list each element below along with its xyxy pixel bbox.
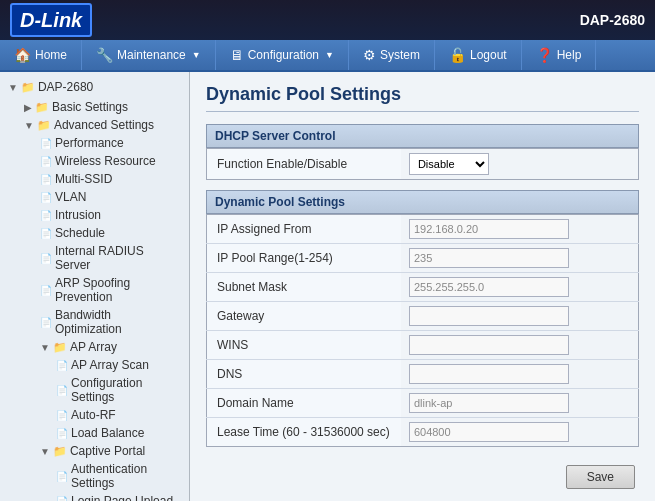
advanced-children: 📄 Performance 📄 Wireless Resource 📄 Mult… bbox=[16, 134, 189, 501]
sidebar-item-basic-settings[interactable]: ▶ 📁 Basic Settings bbox=[16, 98, 189, 116]
wins-input[interactable] bbox=[409, 335, 569, 355]
ip-pool-input[interactable] bbox=[409, 248, 569, 268]
sidebar-children: ▶ 📁 Basic Settings ▼ 📁 Advanced Settings… bbox=[0, 98, 189, 501]
table-row: Lease Time (60 - 31536000 sec) bbox=[207, 418, 639, 447]
domain-input[interactable] bbox=[409, 393, 569, 413]
sidebar-item-ap-array[interactable]: ▼ 📁 AP Array bbox=[32, 338, 189, 356]
nav-maintenance[interactable]: 🔧 Maintenance ▼ bbox=[82, 40, 216, 70]
sidebar-item-advanced-settings[interactable]: ▼ 📁 Advanced Settings bbox=[16, 116, 189, 134]
nav-configuration[interactable]: 🖥 Configuration ▼ bbox=[216, 40, 349, 70]
page-title: Dynamic Pool Settings bbox=[206, 84, 639, 112]
ip-pool-label: IP Pool Range(1-254) bbox=[207, 244, 401, 273]
navigation: 🏠 Home 🔧 Maintenance ▼ 🖥 Configuration ▼… bbox=[0, 40, 655, 72]
sidebar-item-multi-ssid[interactable]: 📄 Multi-SSID bbox=[32, 170, 189, 188]
pool-section-header: Dynamic Pool Settings bbox=[206, 190, 639, 214]
wins-value bbox=[401, 331, 639, 360]
sidebar-item-auth-settings[interactable]: 📄 Authentication Settings bbox=[48, 460, 189, 492]
content-area: Dynamic Pool Settings DHCP Server Contro… bbox=[190, 72, 655, 501]
sidebar-item-vlan[interactable]: 📄 VLAN bbox=[32, 188, 189, 206]
function-value: Disable Enable bbox=[401, 149, 639, 180]
sidebar-item-performance[interactable]: 📄 Performance bbox=[32, 134, 189, 152]
ip-assigned-input[interactable] bbox=[409, 219, 569, 239]
page-icon: 📄 bbox=[40, 317, 52, 328]
model-label: DAP-2680 bbox=[580, 12, 645, 28]
sidebar-item-label: Auto-RF bbox=[71, 408, 116, 422]
list-item: ▼ 📁 DAP-2680 bbox=[0, 76, 189, 98]
sidebar-item-schedule[interactable]: 📄 Schedule bbox=[32, 224, 189, 242]
nav-help[interactable]: ❓ Help bbox=[522, 40, 597, 70]
sidebar-item-internal-radius[interactable]: 📄 Internal RADIUS Server bbox=[32, 242, 189, 274]
function-select[interactable]: Disable Enable bbox=[409, 153, 489, 175]
table-row: IP Pool Range(1-254) bbox=[207, 244, 639, 273]
expand-icon: ▼ bbox=[24, 120, 34, 131]
expand-icon: ▶ bbox=[24, 102, 32, 113]
sidebar-item-login-page[interactable]: 📄 Login Page Upload bbox=[48, 492, 189, 501]
page-icon: 📄 bbox=[40, 210, 52, 221]
folder-icon: 📁 bbox=[53, 445, 67, 458]
folder-icon: 📁 bbox=[53, 341, 67, 354]
sidebar-item-config-settings[interactable]: 📄 Configuration Settings bbox=[48, 374, 189, 406]
nav-logout[interactable]: 🔓 Logout bbox=[435, 40, 522, 70]
sidebar-item-label: Schedule bbox=[55, 226, 105, 240]
ip-pool-value bbox=[401, 244, 639, 273]
sidebar-item-captive-portal[interactable]: ▼ 📁 Captive Portal bbox=[32, 442, 189, 460]
gateway-input[interactable] bbox=[409, 306, 569, 326]
sidebar-item-label: Authentication Settings bbox=[71, 462, 181, 490]
page-icon: 📄 bbox=[56, 496, 68, 502]
sidebar-item-wireless-resource[interactable]: 📄 Wireless Resource bbox=[32, 152, 189, 170]
sidebar-item-ap-array-scan[interactable]: 📄 AP Array Scan bbox=[48, 356, 189, 374]
configuration-icon: 🖥 bbox=[230, 47, 244, 63]
sidebar-item-arp-spoofing[interactable]: 📄 ARP Spoofing Prevention bbox=[32, 274, 189, 306]
dhcp-section-header: DHCP Server Control bbox=[206, 124, 639, 148]
nav-system[interactable]: ⚙ System bbox=[349, 40, 435, 70]
table-row: Function Enable/Disable Disable Enable bbox=[207, 149, 639, 180]
table-row: Subnet Mask bbox=[207, 273, 639, 302]
page-icon: 📄 bbox=[56, 410, 68, 421]
captive-portal-children: 📄 Authentication Settings 📄 Login Page U… bbox=[32, 460, 189, 501]
page-icon: 📄 bbox=[40, 156, 52, 167]
nav-home[interactable]: 🏠 Home bbox=[0, 40, 82, 70]
sidebar-item-auto-rf[interactable]: 📄 Auto-RF bbox=[48, 406, 189, 424]
expand-icon: ▼ bbox=[40, 446, 50, 457]
sidebar-item-bandwidth[interactable]: 📄 Bandwidth Optimization bbox=[32, 306, 189, 338]
nav-help-label: Help bbox=[557, 48, 582, 62]
sidebar-item-label: DAP-2680 bbox=[38, 80, 93, 94]
gateway-label: Gateway bbox=[207, 302, 401, 331]
sidebar-item-label: Login Page Upload bbox=[71, 494, 173, 501]
sidebar-item-label: Internal RADIUS Server bbox=[55, 244, 181, 272]
lease-input[interactable] bbox=[409, 422, 569, 442]
sidebar-item-label: Captive Portal bbox=[70, 444, 145, 458]
page-icon: 📄 bbox=[56, 471, 68, 482]
page-icon: 📄 bbox=[40, 228, 52, 239]
wins-label: WINS bbox=[207, 331, 401, 360]
sidebar-item-load-balance[interactable]: 📄 Load Balance bbox=[48, 424, 189, 442]
sidebar-item-label: Multi-SSID bbox=[55, 172, 112, 186]
sidebar-item-intrusion[interactable]: 📄 Intrusion bbox=[32, 206, 189, 224]
table-row: WINS bbox=[207, 331, 639, 360]
dns-value bbox=[401, 360, 639, 389]
table-row: IP Assigned From bbox=[207, 215, 639, 244]
folder-icon: 📁 bbox=[21, 81, 35, 94]
sidebar-item-label: ARP Spoofing Prevention bbox=[55, 276, 181, 304]
subnet-value bbox=[401, 273, 639, 302]
sidebar-item-dap2680[interactable]: ▼ 📁 DAP-2680 bbox=[0, 78, 189, 96]
ip-assigned-label: IP Assigned From bbox=[207, 215, 401, 244]
nav-configuration-label: Configuration bbox=[248, 48, 319, 62]
sidebar-item-label: Load Balance bbox=[71, 426, 144, 440]
dhcp-control-table: Function Enable/Disable Disable Enable bbox=[206, 148, 639, 180]
page-icon: 📄 bbox=[40, 138, 52, 149]
save-button[interactable]: Save bbox=[566, 465, 635, 489]
home-icon: 🏠 bbox=[14, 47, 31, 63]
page-icon: 📄 bbox=[40, 192, 52, 203]
table-row: DNS bbox=[207, 360, 639, 389]
subnet-input[interactable] bbox=[409, 277, 569, 297]
sidebar-item-label: Configuration Settings bbox=[71, 376, 181, 404]
dns-label: DNS bbox=[207, 360, 401, 389]
expand-icon: ▼ bbox=[40, 342, 50, 353]
help-icon: ❓ bbox=[536, 47, 553, 63]
chevron-down-icon: ▼ bbox=[325, 50, 334, 60]
header: D-Link DAP-2680 bbox=[0, 0, 655, 40]
main-layout: ▼ 📁 DAP-2680 ▶ 📁 Basic Settings ▼ 📁 Adva… bbox=[0, 72, 655, 501]
dns-input[interactable] bbox=[409, 364, 569, 384]
chevron-down-icon: ▼ bbox=[192, 50, 201, 60]
